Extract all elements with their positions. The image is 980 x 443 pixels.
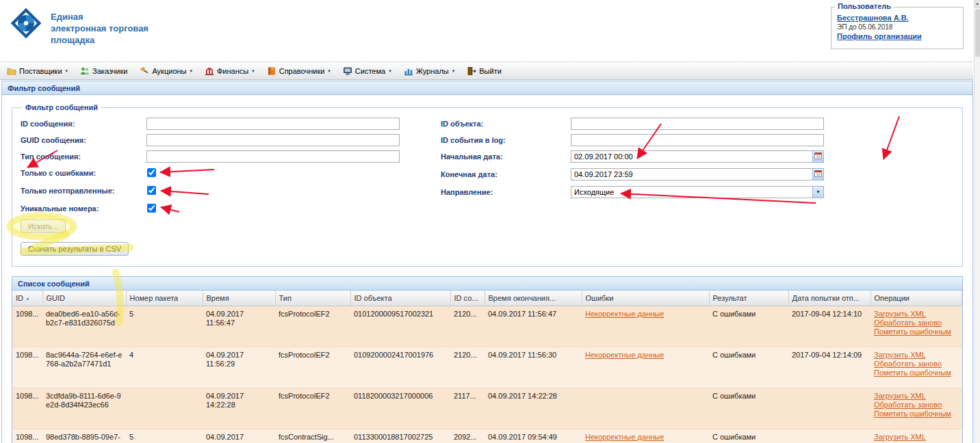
signature-validity: ЭП до 05.06.2018 — [837, 23, 957, 31]
cell-type: fcsProtocolEF2 — [275, 388, 350, 429]
menu-item-auctions[interactable]: Аукционы ▾ — [140, 66, 192, 76]
col-header-object-id[interactable]: ID объекта — [350, 291, 450, 306]
start-date-calendar-button[interactable] — [812, 150, 824, 163]
suppliers-icon — [7, 66, 16, 76]
col-header-operations[interactable]: Операции — [871, 291, 962, 306]
reprocess-link[interactable]: Обработать заново — [874, 401, 959, 410]
download-csv-button[interactable]: Скачать результаты в CSV — [21, 242, 129, 256]
error-details-link[interactable]: Некорректные данные — [585, 310, 664, 318]
menu-item-suppliers[interactable]: Поставщики ▾ — [7, 66, 68, 76]
menu-label: Система — [355, 67, 385, 75]
menu-item-finances[interactable]: Финансы ▾ — [205, 66, 255, 76]
message-guid-input[interactable] — [146, 134, 400, 146]
brand-title: Единая электронная торговая площадка — [51, 11, 149, 46]
col-header-package[interactable]: Номер пакета — [126, 291, 203, 306]
cell-attempt-date: 2017-09-04 12:14:10 — [788, 306, 871, 347]
unsent-only-checkbox[interactable] — [147, 186, 156, 195]
cell-time: 04.09.2017 11:56:47 — [203, 306, 275, 347]
table-row[interactable]: 1098... 3cdfda9b-8111-6d6e-9e2d-8d34f423… — [12, 388, 962, 429]
search-button[interactable]: Искать... — [21, 219, 66, 233]
menu-item-directories[interactable]: Справочники ▾ — [267, 66, 331, 76]
load-xml-link[interactable]: Загрузить XML — [874, 351, 959, 360]
direction-dropdown-button[interactable]: ▼ — [812, 186, 824, 198]
cell-attempt-date — [788, 388, 871, 429]
reprocess-link[interactable]: Обработать заново — [874, 319, 959, 327]
cell-operations: Загрузить XML Обработать заново Пометить… — [871, 388, 962, 429]
cell-errors: Некорректные данные — [582, 306, 709, 347]
customers-icon — [80, 66, 90, 76]
table-row[interactable]: 1098... 98ed378b-8895-09e7-7... 5 04.09.… — [12, 429, 962, 443]
cell-guid: 3cdfda9b-8111-6d6e-9e2d-8d34f423ec66 — [42, 388, 126, 429]
object-id-label: ID объекта: — [441, 120, 571, 128]
direction-select[interactable]: Исходящие ▼ — [571, 186, 824, 198]
user-panel-legend: Пользователь — [835, 2, 894, 10]
cell-package — [126, 388, 203, 429]
scroll-up-icon[interactable]: ▲ — [975, 0, 980, 8]
message-id-label: ID сообщения: — [21, 120, 146, 128]
start-date-input[interactable] — [571, 150, 812, 163]
org-profile-link[interactable]: Профиль организации — [837, 31, 957, 41]
col-header-time[interactable]: Время — [203, 291, 275, 306]
unique-numbers-checkbox[interactable] — [147, 204, 156, 213]
calendar-icon — [814, 151, 822, 161]
mark-erroneous-link[interactable]: Пометить ошибочным — [874, 327, 959, 336]
col-header-errors[interactable]: Ошибки — [582, 291, 709, 306]
end-date-calendar-button[interactable] — [812, 168, 824, 180]
message-id-input[interactable] — [146, 118, 400, 130]
col-header-id-co[interactable]: ID со... — [450, 291, 485, 306]
vertical-scrollbar[interactable]: ▲ — [974, 0, 980, 443]
errors-only-checkbox[interactable] — [147, 168, 156, 177]
cell-id-co: 2120... — [450, 347, 485, 388]
cell-end-time: 04.09.2017 11:56:47 — [485, 306, 582, 347]
end-date-label: Конечная дата: — [441, 170, 571, 178]
menu-label: Аукционы — [152, 67, 186, 75]
cell-package: 5 — [126, 306, 203, 347]
table-row[interactable]: 1098... dea0bed6-ea10-a56d-b2c7-e831d326… — [12, 306, 962, 347]
message-type-input[interactable] — [146, 150, 400, 163]
menu-item-journals[interactable]: Журналы ▾ — [404, 66, 455, 76]
log-event-id-input[interactable] — [571, 134, 824, 146]
error-details-link[interactable]: Некорректные данные — [585, 351, 664, 359]
cell-end-time: 04.09.2017 11:56:30 — [485, 347, 582, 388]
cell-operations: Загрузить XML Обработать заново Пометить… — [871, 429, 962, 443]
col-header-guid[interactable]: GUID — [42, 291, 126, 306]
eetp-logo-icon — [8, 5, 47, 44]
col-header-result[interactable]: Результат — [709, 291, 788, 306]
load-xml-link[interactable]: Загрузить XML — [874, 392, 959, 401]
menu-item-customers[interactable]: Заказчики — [80, 66, 127, 76]
chevron-down-icon: ▾ — [389, 68, 391, 74]
menu-item-system[interactable]: Система ▾ — [343, 66, 391, 76]
col-header-type[interactable]: Тип — [275, 291, 350, 306]
col-header-attempt-date[interactable]: Дата попытки отп... — [788, 291, 871, 306]
cell-errors: Некорректные данные — [582, 429, 709, 443]
menu-item-exit[interactable]: Выйти — [467, 66, 502, 76]
reprocess-link[interactable]: Обработать заново — [874, 360, 959, 368]
mark-erroneous-link[interactable]: Пометить ошибочным — [874, 368, 959, 377]
cell-object-id: 0109200002417001976 — [350, 347, 450, 388]
cell-id-co: 2117... — [450, 388, 485, 429]
page-title: Фильтр сообщений — [2, 81, 972, 95]
user-name-link[interactable]: Бесстрашнова А.В. — [837, 13, 957, 23]
mark-erroneous-link[interactable]: Пометить ошибочным — [874, 410, 959, 418]
load-xml-link[interactable]: Загрузить XML — [874, 433, 959, 442]
filter-panel: Фильтр сообщений ID сообщения: GUID сооб… — [12, 103, 963, 267]
log-event-id-label: ID события в log: — [441, 136, 571, 144]
cell-attempt-date: 2017-09-04 12:14:09 — [788, 347, 871, 388]
cell-type: fcsProtocolEF2 — [275, 347, 350, 388]
object-id-input[interactable] — [571, 118, 824, 130]
col-header-id[interactable]: ID▼ — [12, 291, 42, 306]
col-header-end-time[interactable]: Время окончания... — [485, 291, 582, 306]
system-icon — [343, 66, 352, 76]
top-header: Единая электронная торговая площадка Пол… — [0, 0, 973, 62]
cell-object-id: 0113300018817002725 — [350, 429, 450, 443]
load-xml-link[interactable]: Загрузить XML — [874, 310, 959, 319]
table-row[interactable]: 1098... 8ac9644a-7264-e6ef-e768-a2b2a774… — [12, 347, 962, 388]
finances-icon — [205, 66, 214, 76]
cell-id-co: 2120... — [450, 306, 485, 347]
menu-label: Финансы — [217, 67, 248, 75]
scrollbar-thumb[interactable] — [975, 9, 980, 57]
cell-time: 04.09.2017 14:22:28 — [203, 388, 275, 429]
end-date-input[interactable] — [571, 168, 812, 180]
user-panel: Пользователь Бесстрашнова А.В. ЭП до 05.… — [831, 7, 964, 49]
error-details-link[interactable]: Некорректные данные — [585, 433, 664, 441]
